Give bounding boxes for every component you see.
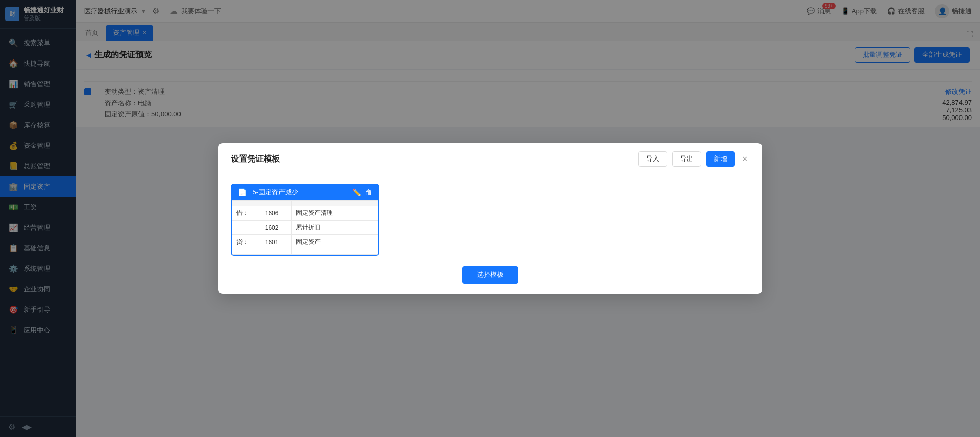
template-row-3: 贷： 1601 固定资产 [232,235,378,249]
select-template-area: 选择模板 [231,266,750,284]
row2-type [232,221,261,235]
template-row-2: 1602 累计折旧 [232,221,378,235]
template-table: 借： 1606 固定资产清理 1602 累计折旧 贷： [232,200,378,255]
row1-code: 1606 [261,206,291,221]
row1-name: 固定资产清理 [291,206,354,221]
row4-debit [354,249,366,255]
voucher-template-modal: 设置凭证模板 导入 导出 新增 × 📄 5-固定资产减少 ✏️ 🗑 [218,143,762,294]
template-doc-icon: 📄 [238,188,247,196]
col-credit [366,201,378,206]
col-type [232,201,261,206]
template-delete-icon[interactable]: 🗑 [365,188,372,196]
row3-debit [354,235,366,249]
modal-header-actions: 导入 导出 新增 × [638,151,750,167]
row4-credit [366,249,378,255]
new-button[interactable]: 新增 [706,151,735,167]
col-name [291,201,354,206]
select-template-button[interactable]: 选择模板 [462,266,518,284]
row4-code [261,249,291,255]
row4-name [291,249,354,255]
modal-body: 📄 5-固定资产减少 ✏️ 🗑 [218,173,762,294]
row3-credit [366,235,378,249]
col-code [261,201,291,206]
row2-debit [354,221,366,235]
template-card: 📄 5-固定资产减少 ✏️ 🗑 [231,184,379,256]
template-card-title: 5-固定资产减少 [253,188,348,197]
row1-type: 借： [232,206,261,221]
template-edit-icon[interactable]: ✏️ [352,188,361,196]
modal-title: 设置凭证模板 [231,154,280,165]
template-row-4 [232,249,378,255]
row3-name: 固定资产 [291,235,354,249]
row2-code: 1602 [261,221,291,235]
row3-type: 贷： [232,235,261,249]
export-button[interactable]: 导出 [672,151,701,167]
import-button[interactable]: 导入 [638,151,667,167]
row2-credit [366,221,378,235]
row1-debit [354,206,366,221]
template-card-header-actions: ✏️ 🗑 [352,188,372,196]
row3-code: 1601 [261,235,291,249]
row2-name: 累计折旧 [291,221,354,235]
template-row-1: 借： 1606 固定资产清理 [232,206,378,221]
row1-credit [366,206,378,221]
col-debit [354,201,366,206]
template-card-header: 📄 5-固定资产减少 ✏️ 🗑 [232,185,378,200]
modal-header: 设置凭证模板 导入 导出 新增 × [218,143,762,173]
modal-close-button[interactable]: × [740,154,750,164]
row4-type [232,249,261,255]
